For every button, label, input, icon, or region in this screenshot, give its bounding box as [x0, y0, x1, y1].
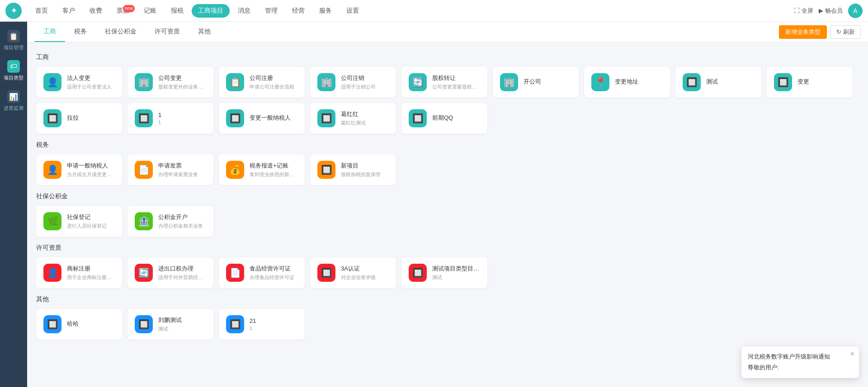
card-desc-3a-cert: 对企业信誉评级 — [341, 274, 389, 281]
sidebar-item-project-type[interactable]: 🏷 项目类型 — [0, 56, 27, 86]
section-title-other: 其他 — [36, 295, 859, 303]
nav-item-customer[interactable]: 客户 — [56, 4, 81, 18]
card-change-tax[interactable]: 🔲 变更一般纳税人 — [219, 103, 305, 134]
card-qqpre[interactable]: 🔲 前期QQ — [401, 103, 487, 134]
new-type-button[interactable]: 新增业务类型 — [779, 25, 827, 39]
cards-grid-business: 👤 法人变更 适用于公司变更法人 🏢 公司变更 股权变更外的业务变更 📋 公司注… — [36, 67, 859, 134]
nav-item-accounting[interactable]: 记账 — [137, 4, 163, 18]
card-tax-report-accounting[interactable]: 💰 税务报道+记账 拿到营业执照的新公司 — [219, 154, 305, 185]
fullscreen-icon: ⛶ — [794, 7, 800, 14]
card-legal-change[interactable]: 👤 法人变更 适用于公司变更法人 — [36, 67, 122, 98]
card-icon-import-export: 🔄 — [135, 264, 153, 282]
card-title-fund-account: 公积金开户 — [158, 213, 206, 221]
card-icon-num1: 🔲 — [135, 109, 153, 127]
card-text-change: 变更 — [797, 78, 845, 87]
card-icon-liupeng-test: 🔲 — [135, 315, 153, 333]
nav-item-billing[interactable]: 收费 — [83, 4, 108, 18]
card-desc-apply-general-tax: 当月或次月成变更完成 — [67, 171, 115, 178]
card-icon-company-register: 📋 — [226, 73, 244, 91]
tab-business[interactable]: 工商 — [34, 22, 65, 42]
card-icon-open-company: 🏢 — [500, 73, 518, 91]
card-lala[interactable]: 🔲 拉拉 — [36, 103, 122, 134]
card-desc-guhonghong: 葛红红测试 — [341, 120, 389, 126]
card-open-company[interactable]: 🏢 开公司 — [493, 67, 579, 98]
notification-close-button[interactable]: × — [850, 350, 854, 358]
card-new-project[interactable]: 🔲 新项目 报税加税控盘保管 — [310, 154, 396, 185]
card-text-trademark: 商标注册 用于企业商标注册服务 — [67, 265, 115, 281]
card-desc-tax-report-accounting: 拿到营业执照的新公司 — [250, 171, 297, 178]
tab-tax[interactable]: 税务 — [65, 22, 96, 42]
card-title-company-cancel: 公司注销 — [341, 74, 389, 82]
nav-item-operation[interactable]: 经营 — [286, 4, 311, 18]
sidebar-item-progress-monitor[interactable]: 📊 进度监测 — [0, 86, 27, 116]
card-import-export[interactable]: 🔄 进出口权办理 适用于对外贸易经营者 — [127, 257, 213, 288]
avatar[interactable]: A — [848, 4, 863, 18]
card-title-num21: 21 — [250, 317, 297, 324]
card-title-3a-cert: 3A认证 — [341, 265, 389, 273]
card-change-address[interactable]: 📍 变更地址 — [584, 67, 670, 98]
sidebar-item-project-manage[interactable]: 📋 项目管理 — [0, 25, 27, 56]
card-test-type-def[interactable]: 🔲 测试项目类型目定义 测试 — [401, 257, 487, 288]
card-icon-apply-general-tax: 👤 — [43, 161, 61, 179]
sidebar: 📋 项目管理 🏷 项目类型 📊 进度监测 — [0, 22, 27, 387]
top-nav: ✦ 首页客户收费票据new记账报税工商项目消息管理经营服务设置 ⛶ 全屏 ▶ 畅… — [0, 0, 868, 22]
card-icon-haha: 🔲 — [43, 315, 61, 333]
card-icon-company-cancel: 🏢 — [317, 73, 335, 91]
card-apply-invoice[interactable]: 📄 申请发票 办理申请发票业务 — [127, 154, 213, 185]
card-haha[interactable]: 🔲 哈哈 — [36, 309, 122, 340]
card-text-new-project: 新项目 报税加税控盘保管 — [341, 162, 389, 178]
card-text-company-cancel: 公司注销 适用于注销公司 — [341, 74, 389, 90]
nav-item-ticket[interactable]: 票据new — [110, 4, 136, 18]
nav-item-business[interactable]: 工商项目 — [192, 4, 230, 18]
card-title-liupeng-test: 刘鹏测试 — [158, 316, 206, 324]
card-text-liupeng-test: 刘鹏测试 测试 — [158, 316, 206, 332]
card-social-register[interactable]: 🌿 社保登记 进行人员社保登记 — [36, 206, 122, 237]
card-icon-food-license: 📄 — [226, 264, 244, 282]
card-change[interactable]: 🔲 变更 — [767, 67, 853, 98]
nav-item-manage[interactable]: 管理 — [259, 4, 284, 18]
nav-item-home[interactable]: 首页 — [29, 4, 54, 18]
card-food-license[interactable]: 📄 食品经营许可证 办理食品经营许可证 — [219, 257, 305, 288]
card-desc-company-change: 股权变更外的业务变更 — [158, 84, 206, 90]
card-test[interactable]: 🔲 测试 — [675, 67, 761, 98]
card-apply-general-tax[interactable]: 👤 申请一般纳税人 当月或次月成变更完成 — [36, 154, 122, 185]
nav-item-message[interactable]: 消息 — [231, 4, 257, 18]
refresh-button[interactable]: ↻ 刷新 — [830, 25, 861, 39]
nav-item-settings[interactable]: 设置 — [340, 4, 365, 18]
card-icon-3a-cert: 🔲 — [317, 264, 335, 282]
card-fund-account[interactable]: 🏦 公积金开户 办理公积金相关业务 — [127, 206, 213, 237]
nav-item-tax[interactable]: 报税 — [165, 4, 190, 18]
card-guhonghong[interactable]: 🔲 葛红红 葛红红测试 — [310, 103, 396, 134]
card-icon-apply-invoice: 📄 — [135, 161, 153, 179]
fullscreen-button[interactable]: ⛶ 全屏 — [794, 7, 813, 15]
card-num21[interactable]: 🔲 21 1 — [219, 309, 305, 340]
card-company-cancel[interactable]: 🏢 公司注销 适用于注销公司 — [310, 67, 396, 98]
section-social-fund: 社保公积金 🌿 社保登记 进行人员社保登记 🏦 公积金开户 办理公积金相关业务 — [36, 192, 859, 237]
sidebar-icon-progress-monitor: 📊 — [7, 90, 20, 103]
card-desc-legal-change: 适用于公司变更法人 — [67, 84, 115, 90]
card-text-guhonghong: 葛红红 葛红红测试 — [341, 110, 389, 126]
card-title-test-type-def: 测试项目类型目定义 — [432, 265, 480, 273]
notification-content: 尊敬的用户: — [748, 364, 853, 372]
card-equity-transfer[interactable]: 🔄 股权转让 公司变更需要股权转让 — [401, 67, 487, 98]
card-company-register[interactable]: 📋 公司注册 申请公司注册全流程 — [219, 67, 305, 98]
card-text-change-address: 变更地址 — [615, 78, 663, 87]
nav-item-service[interactable]: 服务 — [313, 4, 338, 18]
card-title-change-tax: 变更一般纳税人 — [250, 114, 297, 122]
card-trademark[interactable]: 👤 商标注册 用于企业商标注册服务 — [36, 257, 122, 288]
card-num1[interactable]: 🔲 1 1 — [127, 103, 213, 134]
card-company-change[interactable]: 🏢 公司变更 股权变更外的业务变更 — [127, 67, 213, 98]
card-desc-fund-account: 办理公积金相关业务 — [158, 223, 206, 229]
card-text-fund-account: 公积金开户 办理公积金相关业务 — [158, 213, 206, 229]
card-title-lala: 拉拉 — [67, 114, 115, 122]
sidebar-label-progress-monitor: 进度监测 — [4, 105, 24, 112]
card-liupeng-test[interactable]: 🔲 刘鹏测试 测试 — [127, 309, 213, 340]
tab-license[interactable]: 许可资质 — [146, 22, 189, 42]
tabs-container: 工商税务社保公积金许可资质其他 — [34, 22, 220, 42]
tab-other[interactable]: 其他 — [189, 22, 220, 42]
member-button[interactable]: ▶ 畅会员 — [819, 7, 843, 15]
card-3a-cert[interactable]: 🔲 3A认证 对企业信誉评级 — [310, 257, 396, 288]
tab-social-fund[interactable]: 社保公积金 — [96, 22, 146, 42]
section-title-tax: 税务 — [36, 141, 859, 149]
tabs-bar: 工商税务社保公积金许可资质其他 新增业务类型 ↻ 刷新 — [27, 22, 868, 42]
